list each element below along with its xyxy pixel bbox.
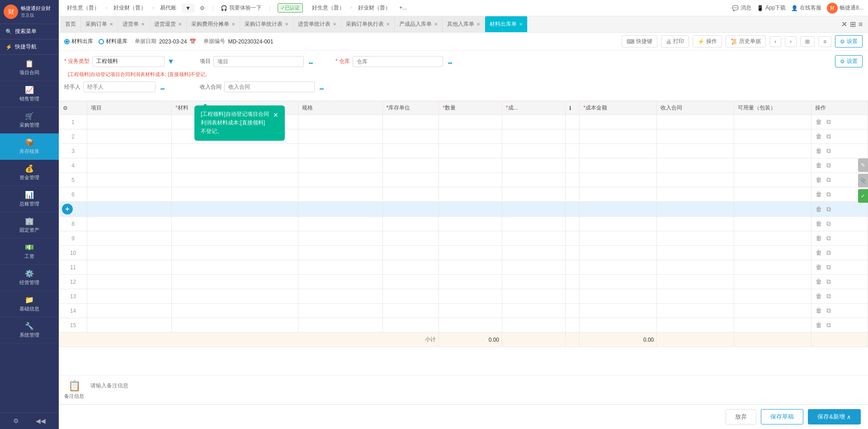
row-8-qty[interactable] (439, 217, 502, 231)
row-14-cost[interactable] (502, 304, 566, 318)
row-2-delete-icon[interactable]: 🗑 (816, 133, 822, 140)
topbar-nav-good-wealth[interactable]: 好业财（普） (110, 2, 150, 14)
right-check-icon[interactable]: ✓ (858, 189, 868, 203)
row-4-revenue[interactable] (657, 158, 734, 173)
row-10-delete-icon[interactable]: 🗑 (816, 249, 822, 256)
topbar-nav-good-biz2[interactable]: 好生意（普） (308, 3, 348, 13)
tab-material-out-close[interactable]: ✕ (519, 22, 523, 27)
sidebar-settings-btn[interactable]: ⚙ (13, 417, 19, 424)
row-9-material[interactable] (171, 231, 298, 246)
topbar-online-service[interactable]: 👤 在线客服 (791, 4, 821, 12)
row-4-cost[interactable] (502, 158, 566, 173)
row-7-project[interactable] (87, 202, 172, 217)
row-7-delete-icon[interactable]: 🗑 (816, 205, 822, 213)
tab-purchase-expense[interactable]: 采购费用分摊单 ✕ (187, 16, 240, 32)
tab-purchase-order[interactable]: 采购订单 ✕ (81, 16, 118, 32)
topbar-experience[interactable]: 🎧 我要体验一下 (221, 4, 262, 12)
row-9-available[interactable] (734, 231, 811, 246)
row-5-copy-icon[interactable]: ⧉ (826, 176, 831, 183)
row-6-revenue[interactable] (657, 187, 734, 202)
tabbar-grid-view[interactable]: ⊞ (850, 20, 856, 29)
row-9-cost-amount[interactable] (580, 231, 657, 246)
row-6-project[interactable] (87, 187, 172, 202)
sidebar-item-purchase[interactable]: 🛒 采购管理 (0, 107, 59, 133)
row-8-material[interactable] (171, 217, 298, 231)
sidebar-item-operations[interactable]: ⚙️ 经营管理 (0, 265, 59, 291)
row-11-copy-icon[interactable]: ⧉ (826, 263, 831, 271)
row-2-copy-icon[interactable]: ⧉ (826, 133, 831, 140)
row-15-cost[interactable] (502, 318, 566, 333)
row-10-cost[interactable] (502, 246, 566, 260)
row-4-material[interactable] (171, 158, 298, 173)
row-6-cost-amount[interactable] (580, 187, 657, 202)
row-13-material[interactable] (171, 289, 298, 304)
row-4-cost-amount[interactable] (580, 158, 657, 173)
row-15-qty[interactable] (439, 318, 502, 333)
row-7-qty[interactable] (439, 202, 502, 217)
row-5-available[interactable] (734, 173, 811, 187)
grid-view-btn[interactable]: ⊞ (800, 36, 815, 47)
row-14-available[interactable] (734, 304, 811, 318)
row-10-cost-amount[interactable] (580, 246, 657, 260)
row-12-project[interactable] (87, 275, 172, 289)
row-7-revenue[interactable] (657, 202, 734, 217)
row-7-unit[interactable] (382, 202, 439, 217)
row-2-revenue[interactable] (657, 129, 734, 144)
revenue-contract-ellipsis[interactable]: ... (319, 82, 323, 92)
sidebar-item-basic[interactable]: 📁 基础信息 (0, 291, 59, 317)
table-settings-icon[interactable]: ⚙ (63, 105, 68, 111)
row-1-unit[interactable] (382, 115, 439, 129)
tabbar-close-all[interactable]: ✕ (841, 20, 847, 29)
row-5-cost[interactable] (502, 173, 566, 187)
row-6-spec[interactable] (298, 187, 382, 202)
row-11-project[interactable] (87, 260, 172, 275)
row-9-copy-icon[interactable]: ⧉ (826, 234, 831, 242)
topbar-settings-icon[interactable]: ⚙ (200, 5, 205, 11)
row-10-material[interactable] (171, 246, 298, 260)
tab-other-inbound-close[interactable]: ✕ (476, 22, 480, 27)
add-row-btn[interactable]: + (62, 204, 73, 214)
row-11-unit[interactable] (382, 260, 439, 275)
notes-input[interactable] (89, 380, 863, 398)
topbar-nav-easy-agent[interactable]: 易代账 (156, 2, 180, 14)
row-12-available[interactable] (734, 275, 811, 289)
row-14-copy-icon[interactable]: ⧉ (826, 307, 831, 314)
row-2-available[interactable] (734, 129, 811, 144)
row-5-material[interactable] (171, 173, 298, 187)
row-13-unit[interactable] (382, 289, 439, 304)
tab-goods-receipt[interactable]: 进货单 ✕ (118, 16, 150, 32)
row-7-available[interactable] (734, 202, 811, 217)
row-7-project-input[interactable] (90, 206, 169, 212)
row-13-copy-icon[interactable]: ⧉ (826, 292, 831, 300)
row-7-cost[interactable] (502, 202, 566, 217)
row-13-spec[interactable] (298, 289, 382, 304)
row-11-qty[interactable] (439, 260, 502, 275)
row-10-qty[interactable] (439, 246, 502, 260)
sidebar-collapse-btn[interactable]: ◀◀ (36, 417, 46, 424)
row-14-cost-amount[interactable] (580, 304, 657, 318)
right-attach-icon[interactable]: 📎 (858, 174, 868, 187)
sidebar-item-payroll[interactable]: 💵 工资 (0, 238, 59, 265)
warehouse-ellipsis[interactable]: ... (448, 57, 452, 66)
row-11-cost-amount[interactable] (580, 260, 657, 275)
row-14-unit[interactable] (382, 304, 439, 318)
tab-goods-stats-close[interactable]: ✕ (333, 22, 336, 27)
row-6-copy-icon[interactable]: ⧉ (826, 191, 831, 198)
row-10-copy-icon[interactable]: ⧉ (826, 249, 831, 256)
row-1-qty[interactable] (439, 115, 502, 129)
row-1-copy-icon[interactable]: ⧉ (826, 118, 831, 125)
row-5-unit[interactable] (382, 173, 439, 187)
nav-prev-btn[interactable]: ‹ (769, 36, 781, 47)
row-9-project[interactable] (87, 231, 172, 246)
row-5-qty[interactable] (439, 173, 502, 187)
sidebar-item-inventory[interactable]: 📦 库存核算 (0, 133, 59, 160)
row-14-revenue[interactable] (657, 304, 734, 318)
row-12-unit[interactable] (382, 275, 439, 289)
row-3-unit[interactable] (382, 144, 439, 158)
row-8-unit[interactable] (382, 217, 439, 231)
row-1-delete-icon[interactable]: 🗑 (816, 118, 822, 125)
topbar-nav-good-biz[interactable]: 好生意（普） (63, 2, 103, 14)
row-12-copy-icon[interactable]: ⧉ (826, 278, 831, 285)
row-5-spec[interactable] (298, 173, 382, 187)
row-10-unit[interactable] (382, 246, 439, 260)
